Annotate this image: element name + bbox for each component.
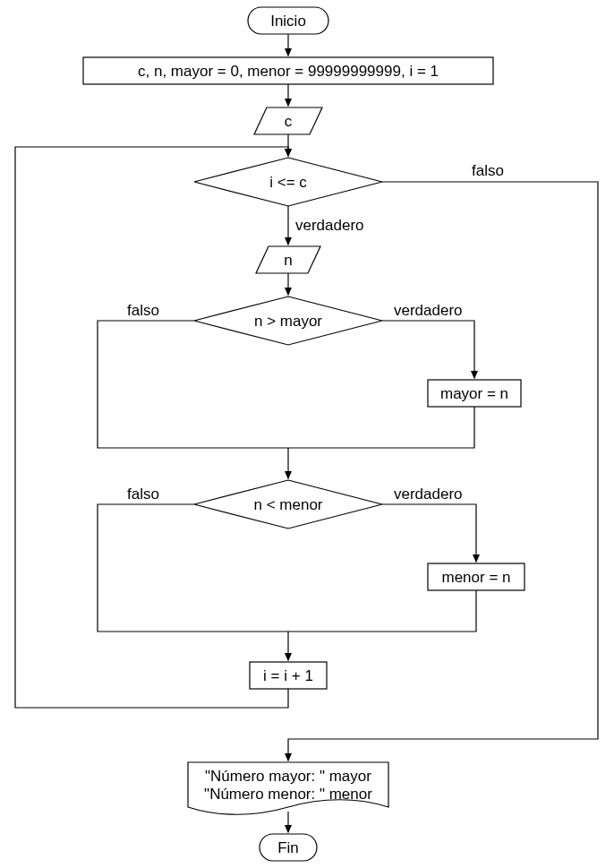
menor-true-label: verdadero [394, 486, 463, 503]
init-label: c, n, mayor = 0, menor = 99999999999, i … [138, 63, 439, 80]
incr-label: i = i + 1 [263, 667, 313, 684]
loop-true-label: verdadero [295, 217, 364, 234]
input-n-label: n [284, 252, 292, 269]
assign-mayor-label: mayor = n [440, 385, 508, 402]
edge-menor-true [382, 504, 476, 562]
output-line1: "Número mayor: " mayor [205, 768, 371, 785]
flowchart: Inicio c, n, mayor = 0, menor = 99999999… [0, 0, 614, 868]
edge-assignmenor-merge [288, 590, 476, 632]
loop-cond-label: i <= c [269, 174, 307, 191]
edge-menor-false [98, 504, 288, 632]
loop-false-label: falso [472, 162, 504, 179]
input-c-label: c [285, 113, 293, 130]
edge-loop-false [288, 182, 598, 761]
edge-incr-loopback [15, 147, 288, 708]
start-label: Inicio [270, 13, 306, 30]
mayor-false-label: falso [127, 302, 159, 319]
edge-assignmayor-merge [288, 407, 474, 448]
assign-menor-label: menor = n [441, 569, 510, 586]
edge-mayor-true [382, 321, 474, 378]
menor-false-label: falso [127, 486, 159, 503]
mayor-true-label: verdadero [394, 302, 463, 319]
edge-mayor-false [98, 321, 288, 448]
end-label: Fin [277, 839, 299, 856]
mayor-cond-label: n > mayor [254, 313, 322, 330]
menor-cond-label: n < menor [253, 496, 322, 513]
output-line2: "Número menor: " menor [204, 786, 372, 803]
